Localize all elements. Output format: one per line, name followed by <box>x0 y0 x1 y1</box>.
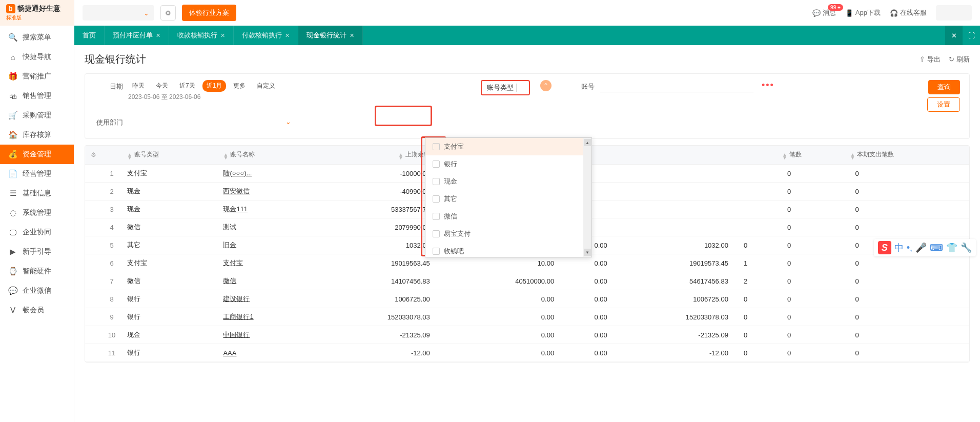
dropdown-option-微信[interactable]: 微信 <box>425 208 583 225</box>
sidebar-item-企业微信[interactable]: 💬企业微信 <box>0 281 74 300</box>
cell-name-link[interactable]: 微信 <box>218 272 314 290</box>
sidebar-icon: 🖵 <box>8 228 17 237</box>
close-icon[interactable]: ✕ <box>156 32 160 39</box>
sidebar-item-企业协同[interactable]: 🖵企业协同 <box>0 223 74 242</box>
dropdown-option-其它[interactable]: 其它 <box>425 190 583 208</box>
cell-name-link[interactable]: 西安微信 <box>218 183 314 200</box>
sidebar-item-label: 库存核算 <box>23 130 51 139</box>
cell-name-link[interactable]: 支付宝 <box>218 254 314 272</box>
tab-fullscreen-button[interactable]: ⛶ <box>963 26 980 45</box>
account-input[interactable] <box>600 80 753 92</box>
cell-type: 支付宝 <box>122 165 218 183</box>
tab-预付冲应付单[interactable]: 预付冲应付单✕ <box>105 26 169 45</box>
date-chip-近7天[interactable]: 近7天 <box>175 80 199 92</box>
ime-keyboard-icon[interactable]: ⌨ <box>930 242 943 253</box>
sidebar-item-采购管理[interactable]: 🛒采购管理 <box>0 106 74 125</box>
sidebar-item-智能硬件[interactable]: ⌚智能硬件 <box>0 262 74 281</box>
cell-prev: -10000.00 <box>314 165 435 183</box>
export-button[interactable]: ⇪ 导出 <box>920 55 941 64</box>
tab-付款核销执行[interactable]: 付款核销执行✕ <box>234 26 298 45</box>
cell-c1: 0 <box>777 165 845 183</box>
cell-cnt: 2 <box>733 272 777 290</box>
dropdown-scrollbar[interactable]: ▲ ▼ <box>583 138 591 257</box>
column-header[interactable] <box>733 146 777 165</box>
dropdown-option-银行[interactable]: 银行 <box>425 155 583 173</box>
sidebar-item-畅会员[interactable]: Ⅴ畅会员 <box>0 300 74 320</box>
checkbox-icon <box>433 143 440 150</box>
query-button[interactable]: 查询 <box>928 80 960 94</box>
date-chip-自定义[interactable]: 自定义 <box>253 80 279 92</box>
ime-punct-icon[interactable]: •, <box>907 243 912 253</box>
scroll-down-button[interactable]: ▼ <box>584 249 591 256</box>
sidebar-item-经营管理[interactable]: 📄经营管理 <box>0 164 74 184</box>
cell-cnt: 1 <box>733 254 777 272</box>
sidebar-item-库存核算[interactable]: 🏠库存核算 <box>0 125 74 145</box>
cell-name-link[interactable]: 工商银行1 <box>218 308 314 326</box>
sidebar-item-资金管理[interactable]: 💰资金管理 <box>0 145 74 164</box>
close-icon[interactable]: ✕ <box>350 32 354 39</box>
sidebar: b 畅捷通好生意 标准版 🔍搜索菜单⌂快捷导航🎁营销推广🛍销售管理🛒采购管理🏠库… <box>0 0 74 422</box>
settings-gear-button[interactable]: ⚙ <box>160 5 176 21</box>
tab-close-all-button[interactable]: ✕ <box>945 26 963 45</box>
cell-income: 0.00 <box>435 290 559 308</box>
date-chip-更多[interactable]: 更多 <box>229 80 250 92</box>
dropdown-option-支付宝[interactable]: 支付宝 <box>425 138 583 155</box>
more-options-button[interactable]: ••• <box>759 80 778 91</box>
try-industry-button[interactable]: 体验行业方案 <box>182 5 236 21</box>
cell-name-link[interactable]: 旧金 <box>218 236 314 254</box>
collapse-filter-button[interactable]: ⌃ <box>540 80 552 91</box>
sidebar-item-label: 快捷导航 <box>23 52 51 62</box>
messages-button[interactable]: 💬 消息 99 + <box>812 8 836 17</box>
column-header[interactable]: ▲▼笔数 <box>777 146 845 165</box>
column-header[interactable] <box>612 146 733 165</box>
sidebar-item-搜索菜单[interactable]: 🔍搜索菜单 <box>0 28 74 47</box>
column-header[interactable]: ▲▼本期支出笔数 <box>845 146 969 165</box>
tab-现金银行统计[interactable]: 现金银行统计✕ <box>298 26 363 45</box>
date-chip-近1月[interactable]: 近1月 <box>202 80 227 92</box>
close-icon[interactable]: ✕ <box>220 32 225 39</box>
tab-首页[interactable]: 首页 <box>74 26 105 45</box>
cell-name-link[interactable]: 测试 <box>218 218 314 236</box>
user-avatar[interactable] <box>936 5 972 21</box>
sidebar-icon: 📄 <box>8 169 17 178</box>
sidebar-item-快捷导航[interactable]: ⌂快捷导航 <box>0 47 74 67</box>
ime-lang-button[interactable]: 中 <box>894 242 904 254</box>
cell-name-link[interactable]: AAA <box>218 344 314 362</box>
close-icon[interactable]: ✕ <box>285 32 290 39</box>
account-type-select[interactable]: 账号类型 <box>481 80 530 95</box>
support-button[interactable]: 🎧 在线客服 <box>890 8 927 17</box>
sidebar-item-系统管理[interactable]: ◌系统管理 <box>0 203 74 223</box>
column-header[interactable]: ▲▼账号类型 <box>122 146 218 165</box>
cell-c2: 0 <box>845 254 969 272</box>
org-selector[interactable]: ⌄ <box>83 5 154 21</box>
cell-name-link[interactable]: 中国银行 <box>218 326 314 344</box>
column-header[interactable]: ▲▼账号名称 <box>218 146 314 165</box>
sogou-icon[interactable]: S <box>878 241 891 254</box>
app-download-button[interactable]: 📱 App下载 <box>845 8 881 17</box>
cell-name-link[interactable]: 陆(○○○)... <box>218 165 314 183</box>
sidebar-item-营销推广[interactable]: 🎁营销推广 <box>0 67 74 86</box>
dropdown-option-现金[interactable]: 现金 <box>425 173 583 190</box>
dept-select[interactable]: ⌄ <box>128 116 292 128</box>
date-chip-昨天[interactable]: 昨天 <box>128 80 149 92</box>
cell-name-link[interactable]: 建设银行 <box>218 290 314 308</box>
cell-prev: 1032.00 <box>314 236 435 254</box>
table-row: 9银行工商银行1152033078.030.000.00152033078.03… <box>85 308 969 326</box>
date-chip-今天[interactable]: 今天 <box>152 80 172 92</box>
account-type-dropdown: 支付宝银行现金其它微信易宝支付收钱吧长沙银行 ▲ ▼ <box>425 137 592 257</box>
sidebar-item-基础信息[interactable]: ☰基础信息 <box>0 184 74 203</box>
gear-column-header[interactable]: ⚙ <box>85 146 101 165</box>
sidebar-item-销售管理[interactable]: 🛍销售管理 <box>0 86 74 106</box>
dropdown-option-收钱吧[interactable]: 收钱吧 <box>425 243 583 257</box>
column-header[interactable]: ▲▼上期余额 <box>314 146 435 165</box>
sidebar-item-新手引导[interactable]: ▶新手引导 <box>0 242 74 262</box>
tab-收款核销执行[interactable]: 收款核销执行✕ <box>169 26 234 45</box>
ime-skin-icon[interactable]: 👕 <box>946 242 957 253</box>
cell-name-link[interactable]: 现金111 <box>218 200 314 218</box>
ime-tool-icon[interactable]: 🔧 <box>961 242 972 253</box>
scroll-up-button[interactable]: ▲ <box>584 139 591 146</box>
refresh-button[interactable]: ↻ 刷新 <box>949 55 970 64</box>
dropdown-option-易宝支付[interactable]: 易宝支付 <box>425 225 583 243</box>
settings-button[interactable]: 设置 <box>927 97 960 112</box>
ime-mic-icon[interactable]: 🎤 <box>915 242 927 253</box>
